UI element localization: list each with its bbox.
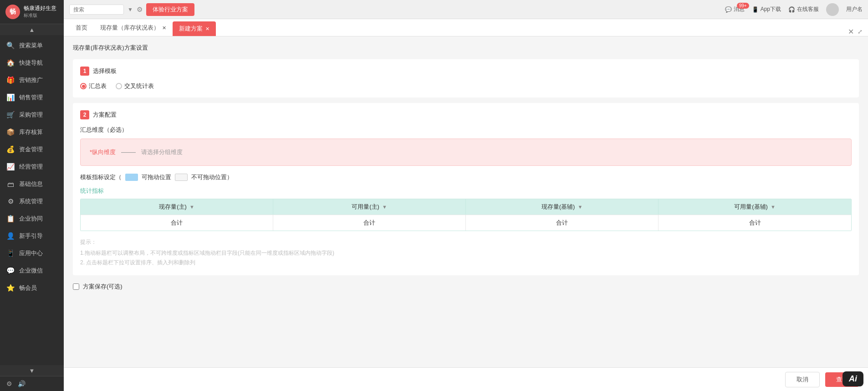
tab-new-plan[interactable]: 新建方案 ✕: [173, 21, 216, 36]
topbar: ▼ ⚙ 体验行业方案 💬 消息 99+ 📱 App下载 🎧 在线客服 用户名: [64, 0, 868, 19]
sidebar-item-label: 系统管理: [19, 197, 43, 206]
radio-summary-dot: [82, 85, 85, 88]
tab-window-controls: ✕ ⤢: [848, 27, 863, 36]
sidebar-item-label: 库存核算: [19, 128, 43, 136]
expand-window-icon[interactable]: ⤢: [858, 28, 863, 35]
col2-dropdown-icon[interactable]: ▼: [382, 204, 387, 210]
metrics-nodrag-label: 不可拖动位置）: [191, 173, 233, 181]
tab-home[interactable]: 首页: [69, 21, 94, 36]
sidebar-item-wechat[interactable]: 💬 企业微信: [0, 262, 64, 279]
dimension-placeholder: 请选择分组维度: [141, 148, 183, 156]
metrics-drag-label: 可拖动位置: [142, 173, 171, 181]
topbar-dropdown-icon[interactable]: ▼: [128, 6, 133, 13]
sidebar-item-label: 企业协同: [19, 215, 43, 223]
star-icon: ⭐: [6, 284, 15, 292]
radio-cross-button[interactable]: [116, 83, 122, 89]
sidebar-item-contract[interactable]: 📋 企业协同: [0, 210, 64, 227]
settings-bottom-icon[interactable]: ⚙: [6, 380, 12, 387]
sidebar-logo: 畅 畅康通好生意 标准版: [0, 0, 64, 24]
template-options: 汇总表 交叉统计表: [80, 82, 852, 90]
cell-1-3: 合计: [466, 215, 659, 231]
ai-badge: Ai: [842, 371, 863, 386]
topbar-app-download[interactable]: 📱 App下载: [752, 5, 781, 13]
cart-icon: 🛒: [6, 111, 15, 119]
mobile-icon: 📱: [6, 249, 15, 257]
radio-summary-button[interactable]: [80, 83, 87, 89]
tab-inventory[interactable]: 现存量（库存状况表） ✕: [94, 21, 173, 36]
sidebar-bottom: ⚙ 🔊: [0, 376, 64, 391]
money-icon: 💰: [6, 145, 15, 154]
topbar-gear-icon[interactable]: ⚙: [137, 5, 143, 14]
cell-1-1: 合计: [81, 215, 273, 231]
sidebar-item-label: 采购管理: [19, 111, 43, 119]
col4-dropdown-icon[interactable]: ▼: [771, 204, 776, 210]
phone-icon: 📱: [752, 6, 759, 13]
sidebar-scroll-down[interactable]: ▼: [0, 365, 64, 376]
section2-num: 2: [80, 110, 89, 119]
message-icon: 💬: [725, 6, 732, 13]
speaker-icon[interactable]: 🔊: [18, 380, 26, 387]
sidebar-item-label: 资金管理: [19, 145, 43, 154]
col-header-4[interactable]: 可用量(基辅) ▼: [659, 199, 851, 215]
sidebar-item-sales[interactable]: 📊 销售管理: [0, 89, 64, 106]
tips-title: 提示：: [80, 237, 852, 247]
no-drag-indicator: [175, 174, 188, 181]
topbar-message[interactable]: 💬 消息 99+: [725, 5, 745, 13]
user-avatar[interactable]: [826, 3, 839, 16]
gift-icon: 🎁: [6, 76, 15, 84]
topbar-search-input[interactable]: [69, 5, 124, 15]
sidebar-item-member[interactable]: ⭐ 畅会员: [0, 279, 64, 297]
col-header-3[interactable]: 现存量(基辅) ▼: [466, 199, 659, 215]
dimension-box[interactable]: *纵向维度 —— 请选择分组维度: [80, 139, 852, 166]
section1-header: 1 选择模板: [80, 67, 852, 76]
clipboard-icon: 📋: [6, 215, 15, 223]
tab-new-plan-close[interactable]: ✕: [205, 26, 209, 32]
sidebar-item-base[interactable]: 🗃 基础信息: [0, 175, 64, 193]
sidebar-item-inventory[interactable]: 📦 库存核算: [0, 123, 64, 141]
cancel-button[interactable]: 取消: [785, 372, 820, 387]
sidebar-item-purchase[interactable]: 🛒 采购管理: [0, 106, 64, 123]
sidebar-item-nav[interactable]: 🏠 快捷导航: [0, 54, 64, 72]
sidebar-item-search[interactable]: 🔍 搜索菜单: [0, 37, 64, 54]
radio-summary[interactable]: 汇总表: [80, 82, 107, 90]
dimension-label: 汇总维度（必选）: [80, 126, 852, 134]
col1-label: 现存量(主): [159, 203, 187, 211]
app-logo-icon: 畅: [5, 5, 20, 19]
col-header-2[interactable]: 可用量(主) ▼: [273, 199, 466, 215]
radio-cross[interactable]: 交叉统计表: [116, 82, 154, 90]
app-name: 畅康通好生意: [24, 5, 56, 12]
stats-table-row: 合计 合计 合计 合计: [81, 215, 851, 231]
sidebar-item-label: 快捷导航: [19, 59, 43, 67]
topbar-service[interactable]: 🎧 在线客服: [788, 5, 819, 13]
col3-dropdown-icon[interactable]: ▼: [577, 204, 582, 210]
tab-inventory-close[interactable]: ✕: [162, 25, 166, 31]
sidebar-item-operation[interactable]: 📈 经营管理: [0, 158, 64, 175]
stats-table-header: 现存量(主) ▼ 可用量(主) ▼ 现存量(基辅) ▼: [81, 199, 851, 215]
sidebar-scroll-up[interactable]: ▲: [0, 24, 64, 35]
col1-dropdown-icon[interactable]: ▼: [189, 204, 194, 210]
sidebar-item-newbie[interactable]: 👤 新手引导: [0, 227, 64, 245]
dimension-required-text: *纵向维度: [90, 148, 116, 156]
close-window-icon[interactable]: ✕: [848, 27, 854, 36]
sidebar-nav: 🔍 搜索菜单 🏠 快捷导航 🎁 营销推广 📊 销售管理 🛒 采购管理 📦 库存核…: [0, 35, 64, 365]
tip-2: 2. 点击标题栏下拉可设置排序、插入列和删除列: [80, 258, 852, 268]
search-icon: 🔍: [6, 41, 15, 50]
sidebar-item-label: 销售管理: [19, 93, 43, 102]
page-title: 现存量(库存状况表)方案设置: [73, 44, 859, 52]
sidebar-item-finance[interactable]: 💰 资金管理: [0, 141, 64, 158]
sidebar-item-app[interactable]: 📱 应用中心: [0, 245, 64, 262]
drag-indicator: [125, 174, 138, 181]
save-checkbox[interactable]: [73, 283, 79, 290]
chart-icon: 📊: [6, 93, 15, 102]
sidebar-item-label: 经营管理: [19, 163, 43, 171]
sidebar-item-label: 新手引导: [19, 232, 43, 240]
sidebar-item-system[interactable]: ⚙ 系统管理: [0, 193, 64, 210]
app-label: App下载: [761, 5, 781, 13]
sidebar-item-marketing[interactable]: 🎁 营销推广: [0, 72, 64, 89]
trial-button[interactable]: 体验行业方案: [146, 3, 194, 16]
stats-title: 统计指标: [80, 187, 852, 195]
col-header-1[interactable]: 现存量(主) ▼: [81, 199, 273, 215]
dimension-divider: ——: [121, 148, 136, 156]
wechat-icon: 💬: [6, 267, 15, 275]
section1-num: 1: [80, 67, 89, 76]
